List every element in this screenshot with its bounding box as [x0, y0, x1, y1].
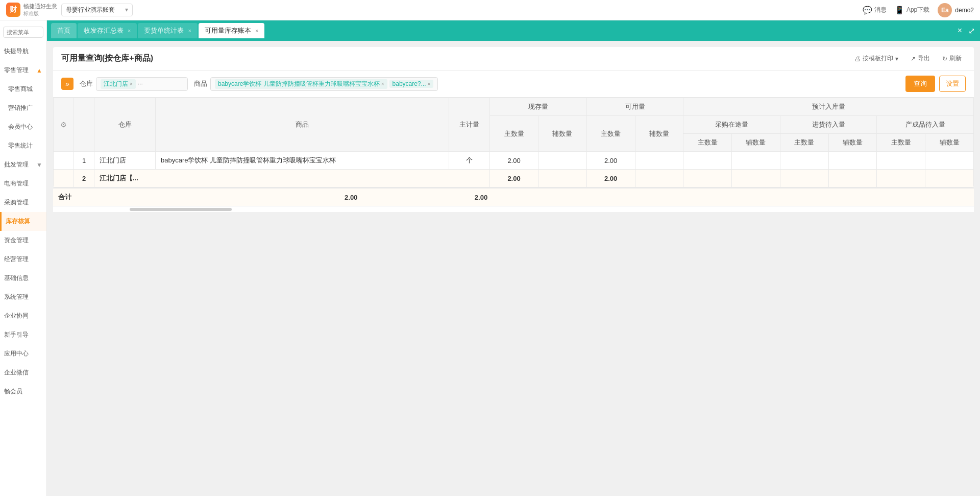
- warehouse-tag-text: 江北门店: [104, 80, 128, 88]
- product-tag-text-1: babycare学饮杯 儿童防摔防撞吸管杯重力球吸嘴杯宝宝水杯: [218, 80, 380, 88]
- sidebar-item-quick-nav[interactable]: 快捷导航: [0, 42, 46, 61]
- product-tag-babycare1: babycare学饮杯 儿童防摔防撞吸管杯重力球吸嘴杯宝宝水杯 ×: [215, 79, 387, 89]
- available-aux-header: 辅数量: [635, 116, 683, 152]
- wholesale-mgmt-label: 批发管理: [4, 160, 29, 169]
- page-content: 可用量查询(按仓库+商品) 🖨 按模板打印 ▾ ↗ 导出 ↻ 刷新: [47, 41, 980, 496]
- page-title: 可用量查询(按仓库+商品): [61, 53, 153, 64]
- tab-available-ledger[interactable]: 可用量库存账本 ×: [199, 23, 264, 38]
- settings-btn[interactable]: 设置: [939, 76, 966, 92]
- ecommerce-mgmt-label: 电商管理: [4, 179, 29, 188]
- footer-available-main: 2.00: [449, 194, 513, 201]
- query-btn[interactable]: 查询: [905, 76, 935, 92]
- sidebar-item-enterprise-collab[interactable]: 企业协同: [0, 306, 46, 325]
- col-stock-header: 现存量: [490, 98, 587, 116]
- production-aux-header: 辅数量: [925, 134, 974, 152]
- sidebar-item-member-center[interactable]: 会员中心: [0, 117, 46, 136]
- inventory-check-label: 库存核算: [6, 217, 30, 226]
- refresh-icon: ↻: [942, 55, 947, 62]
- user-area[interactable]: Ea demo2: [938, 3, 974, 17]
- close-all-btn[interactable]: ×: [957, 25, 963, 36]
- tab-receipt-summary-label: 收发存汇总表: [84, 26, 124, 35]
- filter-area: » 仓库 江北门店 × ··· 商品: [53, 70, 974, 98]
- tab-receipt-summary[interactable]: 收发存汇总表 ×: [78, 23, 137, 38]
- product-tag-babycare2: babycare?... ×: [389, 80, 434, 88]
- settings-icon: ⚙: [60, 121, 67, 129]
- horizontal-scrollbar[interactable]: [130, 208, 232, 211]
- sidebar-item-marketing[interactable]: 营销推广: [0, 99, 46, 117]
- row1-settings: [54, 152, 74, 170]
- operations-mgmt-label: 经营管理: [4, 255, 29, 264]
- row1-num: 1: [74, 152, 94, 170]
- retail-stats-label: 零售统计: [8, 141, 33, 150]
- tab-bar: 首页 收发存汇总表 × 要货单统计表 × 可用量库存账本 × × ⤢: [47, 20, 980, 41]
- incoming-aux-header: 辅数量: [828, 134, 877, 152]
- scroll-bar-area: [53, 206, 974, 212]
- sidebar-item-retail-mgmt[interactable]: 零售管理 ▲: [0, 61, 46, 80]
- subtotal-warehouse: 江北门店【...: [94, 170, 490, 187]
- sidebar-item-retail-mall[interactable]: 零售商城: [0, 80, 46, 99]
- warehouse-filter-label: 仓库: [80, 79, 93, 88]
- sidebar-item-finance-mgmt[interactable]: 资金管理: [0, 231, 46, 250]
- sidebar-item-operations-mgmt[interactable]: 经营管理: [0, 250, 46, 269]
- footer-label: 合计: [58, 193, 318, 202]
- sidebar-item-basic-info[interactable]: 基础信息: [0, 269, 46, 288]
- tab-order-summary-close[interactable]: ×: [188, 28, 191, 34]
- purchase-header: 采购在途量: [683, 116, 780, 134]
- table-container: ⚙ 仓库 商品 主计量: [53, 98, 974, 187]
- new-guide-label: 新手引导: [4, 330, 29, 339]
- app-name: 畅捷通好生意: [23, 3, 57, 10]
- app-version: 标准版: [23, 10, 57, 17]
- sidebar-item-app-center[interactable]: 应用中心: [0, 344, 46, 363]
- product-tag-close-2[interactable]: ×: [428, 81, 431, 87]
- export-label: 导出: [918, 54, 930, 63]
- product-tags[interactable]: babycare学饮杯 儿童防摔防撞吸管杯重力球吸嘴杯宝宝水杯 × babyca…: [210, 77, 438, 91]
- col-planned-header: 预计入库量: [683, 98, 974, 116]
- sidebar-item-inventory-check[interactable]: 库存核算: [0, 212, 46, 231]
- row1-available-main: 2.00: [586, 152, 635, 170]
- product-tag-close-1[interactable]: ×: [381, 81, 384, 87]
- sidebar-search-area: [0, 22, 46, 42]
- message-btn[interactable]: 💬 消息: [863, 6, 887, 15]
- row1-incoming-aux: [828, 152, 877, 170]
- row1-unit: 个: [449, 152, 490, 170]
- row1-production-aux: [925, 152, 974, 170]
- row1-purchase-main: [683, 152, 732, 170]
- sidebar-item-enterprise-wechat[interactable]: 企业微信: [0, 363, 46, 382]
- tab-home[interactable]: 首页: [51, 23, 77, 38]
- vip-member-label: 畅会员: [4, 387, 22, 396]
- warehouse-tag-close[interactable]: ×: [130, 81, 133, 87]
- quick-nav-label: 快捷导航: [4, 47, 29, 56]
- sidebar-item-ecommerce-mgmt[interactable]: 电商管理: [0, 174, 46, 193]
- sidebar-item-retail-stats[interactable]: 零售统计: [0, 136, 46, 155]
- product-tag-text-2: babycare?...: [393, 80, 426, 87]
- industry-name: 母婴行业演示账套: [66, 6, 115, 14]
- sidebar-item-wholesale-mgmt[interactable]: 批发管理 ▼: [0, 155, 46, 174]
- tab-order-summary[interactable]: 要货单统计表 ×: [138, 23, 197, 38]
- sidebar-item-purchase-mgmt[interactable]: 采购管理: [0, 193, 46, 212]
- tab-receipt-summary-close[interactable]: ×: [128, 28, 131, 34]
- sidebar-item-new-guide[interactable]: 新手引导: [0, 325, 46, 344]
- subtotal-purchase-main: [683, 170, 732, 187]
- avatar: Ea: [938, 3, 952, 17]
- col-settings-header[interactable]: ⚙: [54, 98, 74, 152]
- warehouse-filter: 仓库 江北门店 × ···: [80, 77, 188, 91]
- warehouse-tags[interactable]: 江北门店 × ···: [96, 77, 188, 91]
- row1-warehouse: 江北门店: [94, 152, 156, 170]
- print-template-btn[interactable]: 🖨 按模板打印 ▾: [850, 52, 902, 65]
- app-download-btn[interactable]: 📱 App下载: [895, 6, 929, 15]
- sidebar-item-vip-member[interactable]: 畅会员: [0, 382, 46, 401]
- expand-btn[interactable]: ⤢: [967, 25, 976, 37]
- tab-available-ledger-label: 可用量库存账本: [205, 26, 251, 35]
- refresh-label: 刷新: [949, 54, 962, 63]
- sidebar-item-system-mgmt[interactable]: 系统管理: [0, 288, 46, 306]
- tab-available-ledger-close[interactable]: ×: [255, 28, 258, 34]
- table-row: 1 江北门店 babycare学饮杯 儿童防摔防撞吸管杯重力球吸嘴杯宝宝水杯 个: [54, 152, 974, 170]
- col-warehouse-header: 仓库: [94, 98, 156, 152]
- filter-toggle-btn[interactable]: »: [61, 78, 74, 90]
- refresh-btn[interactable]: ↻ 刷新: [938, 52, 966, 65]
- export-btn[interactable]: ↗ 导出: [906, 52, 934, 65]
- search-input[interactable]: [3, 27, 43, 38]
- col-num-header: [74, 98, 94, 152]
- industry-selector[interactable]: 母婴行业演示账套 ▾: [61, 4, 133, 16]
- member-center-label: 会员中心: [8, 123, 33, 131]
